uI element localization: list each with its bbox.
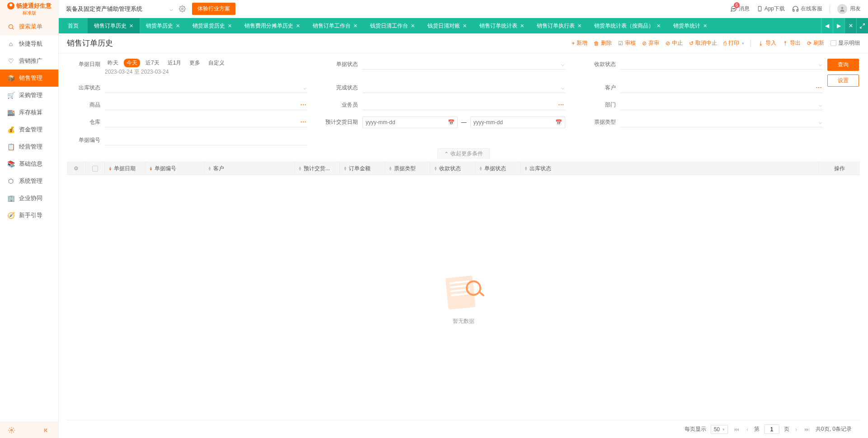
ticket-type-select[interactable]: ⌵ <box>620 116 823 127</box>
customer-picker[interactable]: ··· <box>620 82 823 93</box>
tab-1[interactable]: 销货单历史✕ <box>140 18 186 33</box>
th-8[interactable]: ▲▼出库状态 <box>521 162 819 175</box>
messages-button[interactable]: 6 消息 <box>730 5 750 13</box>
online-service-button[interactable]: 在线客服 <box>792 5 822 13</box>
tab-home[interactable]: 首页 <box>59 18 88 33</box>
th-2[interactable]: ▲▼客户 <box>204 162 295 175</box>
page-input[interactable] <box>764 424 779 434</box>
tabs-fullscreen[interactable] <box>856 18 868 33</box>
out-status-select[interactable]: ⌵ <box>105 82 307 93</box>
tab-3[interactable]: 销售费用分摊单历史✕ <box>238 18 306 33</box>
close-icon[interactable]: ✕ <box>520 23 524 29</box>
system-select-icon[interactable]: ⌵ <box>169 6 173 12</box>
close-icon[interactable]: ✕ <box>463 23 467 29</box>
page-prev[interactable]: ‹ <box>745 426 750 433</box>
tab-9[interactable]: 销货单统计表（按商品）✕ <box>588 18 667 33</box>
close-icon[interactable]: ✕ <box>577 23 582 29</box>
action-print[interactable]: ⎙打印▾ <box>723 39 744 47</box>
sidebar-item-7[interactable]: 📚基础信息 <box>0 155 58 172</box>
doc-no-input[interactable] <box>105 135 307 145</box>
query-button[interactable]: 查询 <box>827 59 859 71</box>
date-chip-2[interactable]: 近7天 <box>143 59 162 67</box>
sidebar-item-0[interactable]: ⌂快捷导航 <box>0 35 58 52</box>
tab-7[interactable]: 销售订单统计表✕ <box>473 18 530 33</box>
sidebar-item-3[interactable]: 🛒采购管理 <box>0 87 58 104</box>
app-download-button[interactable]: App下载 <box>757 5 785 13</box>
page-last[interactable]: ⏭ <box>803 426 811 433</box>
table-settings[interactable]: ⚙ <box>67 162 86 175</box>
warehouse-picker[interactable]: ··· <box>105 116 307 127</box>
tab-0[interactable]: 销售订单历史✕ <box>88 18 140 33</box>
page-next[interactable]: › <box>794 426 798 433</box>
th-6[interactable]: ▲▼收款状态 <box>430 162 475 175</box>
action-stop[interactable]: ⊘中止 <box>666 39 683 47</box>
action-import[interactable]: ⭳导入 <box>758 39 776 47</box>
sidebar-item-1[interactable]: ♡营销推广 <box>0 52 58 70</box>
close-icon[interactable]: ✕ <box>657 23 661 29</box>
sidebar-settings-icon[interactable] <box>8 427 15 433</box>
action-export[interactable]: ⭱导出 <box>783 39 801 47</box>
avatar[interactable] <box>837 4 847 14</box>
sidebar-search[interactable]: 搜索菜单 <box>0 18 58 35</box>
product-picker[interactable]: ··· <box>105 99 307 110</box>
show-detail-checkbox[interactable]: 显示明细 <box>830 39 860 47</box>
doc-status-select[interactable]: ⌵ <box>362 59 565 70</box>
action-refresh[interactable]: ⟳刷新 <box>807 39 824 47</box>
close-icon[interactable]: ✕ <box>703 23 707 29</box>
pay-status-select[interactable]: ⌵ <box>620 59 823 70</box>
th-1[interactable]: ▲▼单据编号 <box>145 162 204 175</box>
done-status-select[interactable]: ⌵ <box>362 82 565 93</box>
close-icon[interactable]: ✕ <box>129 23 133 29</box>
sidebar-item-4[interactable]: 🏬库存核算 <box>0 104 58 121</box>
tab-8[interactable]: 销售订单执行表✕ <box>530 18 588 33</box>
dept-select[interactable]: ⌵ <box>620 99 823 110</box>
tab-6[interactable]: 钱货日清对账✕ <box>421 18 473 33</box>
collapse-filters[interactable]: ⌃收起更多条件 <box>59 145 868 162</box>
th-3[interactable]: ▲▼预计交货... <box>295 162 340 175</box>
deliver-date-to[interactable]: 📅 <box>470 116 565 128</box>
close-icon[interactable]: ✕ <box>411 23 415 29</box>
sidebar-item-6[interactable]: 📋经营管理 <box>0 138 58 155</box>
page-size-select[interactable]: 50▾ <box>711 425 728 434</box>
th-7[interactable]: ▲▼单据状态 <box>475 162 521 175</box>
action-abandon[interactable]: ⊘弃审 <box>642 39 659 47</box>
action-add[interactable]: +新增 <box>572 39 587 47</box>
action-audit[interactable]: ☑审核 <box>618 39 636 47</box>
sidebar-item-10[interactable]: 🧭新手引导 <box>0 207 58 224</box>
sidebar-item-5[interactable]: 💰资金管理 <box>0 121 58 138</box>
action-unstop[interactable]: ↺取消中止 <box>689 39 717 47</box>
tabs-scroll-left[interactable]: ◀ <box>821 18 833 33</box>
date-chip-0[interactable]: 昨天 <box>105 59 121 67</box>
close-icon[interactable]: ✕ <box>353 23 357 29</box>
table-select-all[interactable] <box>86 162 105 175</box>
close-icon[interactable]: ✕ <box>228 23 232 29</box>
logo[interactable]: 畅捷通好生意 标准版 <box>0 0 59 18</box>
settings-button[interactable]: 设置 <box>827 75 859 87</box>
deliver-date-from[interactable]: 📅 <box>362 116 457 128</box>
page-first[interactable]: ⏮ <box>732 426 741 433</box>
close-icon[interactable]: ✕ <box>296 23 300 29</box>
date-chip-4[interactable]: 更多 <box>187 59 203 67</box>
th-0[interactable]: ▲▼单据日期 <box>105 162 145 175</box>
system-settings-icon[interactable] <box>179 5 186 12</box>
tabs-scroll-right[interactable]: ▶ <box>833 18 845 33</box>
sidebar-item-2[interactable]: 📦销售管理 <box>0 70 58 87</box>
tab-2[interactable]: 销货退货历史✕ <box>186 18 238 33</box>
salesman-picker[interactable]: ··· <box>362 99 565 110</box>
tab-4[interactable]: 销售订单工作台✕ <box>306 18 364 33</box>
action-delete[interactable]: 🗑删除 <box>594 39 612 47</box>
close-icon[interactable]: ✕ <box>176 23 180 29</box>
date-chip-5[interactable]: 自定义 <box>206 59 227 67</box>
user-name[interactable]: 用友 <box>850 5 861 13</box>
th-5[interactable]: ▲▼票据类型 <box>385 162 430 175</box>
date-chip-3[interactable]: 近1月 <box>165 59 184 67</box>
tabs-close-all[interactable]: ✕ <box>845 18 856 33</box>
sidebar-item-8[interactable]: ⬡系统管理 <box>0 172 58 190</box>
tab-5[interactable]: 钱货日清工作台✕ <box>364 18 421 33</box>
date-chip-1[interactable]: 今天 <box>124 59 140 67</box>
th-4[interactable]: ▲▼订单金额 <box>340 162 385 175</box>
sidebar-item-9[interactable]: 🏢企业协同 <box>0 190 58 207</box>
sidebar-collapse-icon[interactable] <box>43 427 50 433</box>
tab-10[interactable]: 销货单统计✕ <box>667 18 713 33</box>
industry-plan-button[interactable]: 体验行业方案 <box>192 3 235 15</box>
